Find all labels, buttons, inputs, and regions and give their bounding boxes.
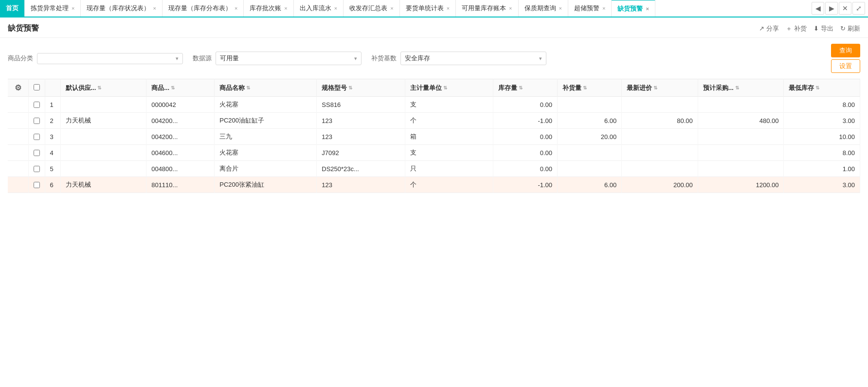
nav-tab-7-close[interactable]: × [447,5,450,11]
cell-stock-1: -1.00 [493,113,557,129]
nav-tab-1-label: 拣货异常处理 [31,4,69,13]
row-checkbox-3[interactable] [34,150,40,156]
nav-expand-button[interactable]: ⤢ [852,2,865,15]
row-checkbox-1[interactable] [34,118,40,124]
nav-tab-5[interactable]: 出入库流水 × [294,0,344,17]
cell-index-4: 5 [45,161,60,177]
nav-tab-4[interactable]: 库存批次账 × [244,0,293,17]
nav-tab-1[interactable]: 拣货异常处理 × [25,0,81,17]
nav-tab-5-label: 出入库流水 [300,4,331,13]
th-stock-label: 库存量 [498,84,517,92]
nav-prev-button[interactable]: ◀ [812,2,824,15]
table-row[interactable]: 1 0000042 火花塞 SS816 支 0.00 8.00 [8,97,860,113]
cell-latest-price-2 [622,129,698,145]
cell-code-1: 004200... [146,113,215,129]
category-select[interactable]: ▾ [37,53,183,64]
cell-settings-5 [8,177,28,193]
nav-tab-4-close[interactable]: × [284,5,287,11]
nav-tab-8[interactable]: 可用量库存账本 × [456,0,518,17]
nav-tab-2[interactable]: 现存量（库存状况表） × [81,0,162,17]
sort-code-icon: ⇅ [171,85,175,90]
th-settings[interactable]: ⚙ [8,79,28,97]
nav-tab-1-close[interactable]: × [72,5,74,11]
cell-supplier-0 [60,97,146,113]
nav-tab-4-label: 库存批次账 [250,4,281,13]
th-unit[interactable]: 主计量单位 ⇅ [405,79,493,97]
select-all-checkbox[interactable] [34,84,40,90]
nav-tab-10[interactable]: 超储预警 × [568,0,612,17]
nav-tab-5-close[interactable]: × [334,5,337,11]
cell-checkbox-5[interactable] [28,177,45,193]
nav-tab-8-close[interactable]: × [509,5,512,11]
replenish-action[interactable]: ＋ 补货 [786,24,807,33]
replenish-select-value: 安全库存 [405,54,430,63]
nav-tab-home-label: 首页 [6,4,18,13]
category-filter-label: 商品分类 [8,54,33,63]
datasource-select-arrow: ▾ [354,55,357,62]
filter-group-category: 商品分类 ▾ [8,53,183,64]
cell-spec-0: SS816 [317,97,405,113]
row-checkbox-0[interactable] [34,102,40,108]
th-unit-label: 主计量单位 [410,84,442,92]
th-code[interactable]: 商品... ⇅ [146,79,215,97]
nav-tab-11[interactable]: 缺货预警 × [612,0,655,17]
replenish-select[interactable]: 安全库存 ▾ [400,52,546,65]
nav-tab-10-close[interactable]: × [602,5,605,11]
cell-min-stock-2: 10.00 [784,129,860,145]
cell-supplier-4 [60,161,146,177]
cell-checkbox-4[interactable] [28,161,45,177]
cell-checkbox-1[interactable] [28,113,45,129]
nav-close-button[interactable]: ✕ [839,2,851,15]
table-row[interactable]: 3 004200... 三九 123 箱 0.00 20.00 10.00 [8,129,860,145]
th-est-purchase[interactable]: 预计采购... ⇅ [698,79,784,97]
th-supplier[interactable]: 默认供应... ⇅ [60,79,146,97]
cell-checkbox-0[interactable] [28,97,45,113]
nav-tab-10-label: 超储预警 [574,4,599,13]
filter-group-datasource: 数据源 可用量 ▾ [193,52,362,65]
query-button[interactable]: 查询 [831,44,860,57]
th-checkbox[interactable] [28,79,45,97]
th-replenish-qty[interactable]: 补货量 ⇅ [558,79,622,97]
settings-button[interactable]: 设置 [831,59,860,73]
nav-tab-2-close[interactable]: × [153,5,156,11]
nav-tab-3-close[interactable]: × [235,5,237,11]
row-checkbox-5[interactable] [34,182,40,188]
refresh-icon: ↻ [840,25,846,32]
table-row[interactable]: 5 004800... 离合片 DS250*23c... 只 0.00 1.00 [8,161,860,177]
row-checkbox-4[interactable] [34,166,40,172]
settings-icon[interactable]: ⚙ [15,84,21,92]
th-name[interactable]: 商品名称 ⇅ [215,79,317,97]
table-row[interactable]: 6 力天机械 801110... PC200张紧油缸 123 个 -1.00 6… [8,177,860,193]
cell-checkbox-2[interactable] [28,129,45,145]
nav-tab-6-close[interactable]: × [390,5,393,11]
nav-next-button[interactable]: ▶ [825,2,838,15]
nav-tab-9-close[interactable]: × [559,5,562,11]
th-stock[interactable]: 库存量 ⇅ [493,79,557,97]
nav-tab-11-label: 缺货预警 [617,4,643,13]
cell-stock-4: 0.00 [493,161,557,177]
datasource-select[interactable]: 可用量 ▾ [216,52,362,65]
row-checkbox-2[interactable] [34,134,40,140]
cell-min-stock-4: 1.00 [784,161,860,177]
header-actions: ↗ 分享 ＋ 补货 ⬇ 导出 ↻ 刷新 [759,24,860,33]
nav-tab-9[interactable]: 保质期查询 × [519,0,568,17]
table-row[interactable]: 4 004600... 火花塞 J7092 支 0.00 8.00 [8,145,860,161]
sort-stock-icon: ⇅ [519,85,523,90]
share-action[interactable]: ↗ 分享 [759,24,779,33]
cell-latest-price-4 [622,161,698,177]
th-spec[interactable]: 规格型号 ⇅ [317,79,405,97]
nav-tab-3[interactable]: 现存量（库存分布表） × [163,0,244,17]
export-action[interactable]: ⬇ 导出 [814,24,833,33]
refresh-action[interactable]: ↻ 刷新 [840,24,860,33]
cell-checkbox-3[interactable] [28,145,45,161]
nav-tab-home[interactable]: 首页 [0,0,25,17]
table-row[interactable]: 2 力天机械 004200... PC200油缸缸子 123 个 -1.00 6… [8,113,860,129]
th-latest-price[interactable]: 最新进价 ⇅ [622,79,698,97]
nav-tab-6[interactable]: 收发存汇总表 × [344,0,399,17]
th-min-stock[interactable]: 最低库存 ⇅ [784,79,860,97]
th-spec-label: 规格型号 [322,84,347,92]
nav-tab-11-close[interactable]: × [646,6,649,12]
cell-spec-3: J7092 [317,145,405,161]
nav-tab-7[interactable]: 要货单统计表 × [400,0,456,17]
page-header: 缺货预警 ↗ 分享 ＋ 补货 ⬇ 导出 ↻ 刷新 [0,18,868,38]
